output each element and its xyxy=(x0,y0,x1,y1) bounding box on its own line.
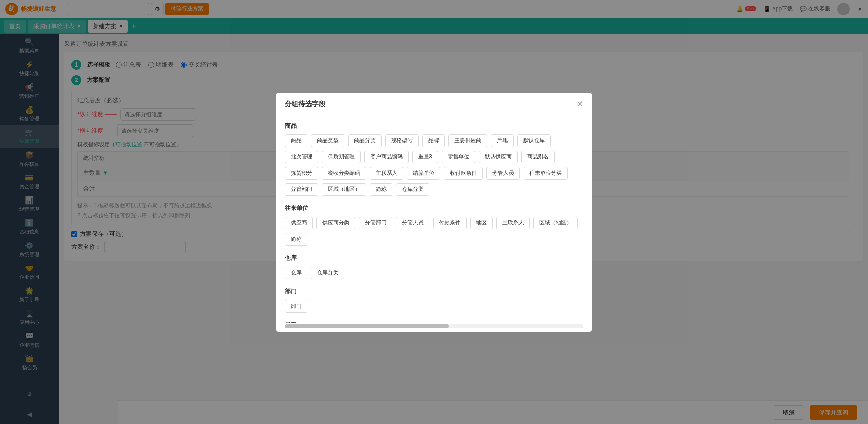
field-tag[interactable]: 简称 xyxy=(285,233,307,246)
modal-close-button[interactable]: ✕ xyxy=(576,100,583,108)
field-tag[interactable]: 仓库 xyxy=(285,267,307,279)
modal-title: 分组待选字段 xyxy=(285,100,326,109)
field-tag[interactable]: 商品分类 xyxy=(348,134,382,147)
field-tag[interactable]: 主联系人 xyxy=(496,217,530,229)
field-tag[interactable]: 规格型号 xyxy=(385,134,419,147)
field-tag[interactable]: 保质期管理 xyxy=(322,151,361,163)
field-tag[interactable]: 区域（地区） xyxy=(322,183,366,196)
field-tag[interactable]: 部门 xyxy=(285,300,307,313)
field-tag[interactable]: 拣货积分 xyxy=(285,167,318,180)
field-tag[interactable]: 产地 xyxy=(491,134,514,147)
field-tag[interactable]: 默认仓库 xyxy=(517,134,551,147)
field-tag[interactable]: 分管部门 xyxy=(359,217,392,229)
field-tag[interactable]: 收付款条件 xyxy=(444,167,483,180)
section-title-dept: 部门 xyxy=(285,287,583,295)
section-title-warehouse: 仓库 xyxy=(285,254,583,262)
modal-scroll-content[interactable]: 商品 商品 商品类型 商品分类 规格型号 品牌 主要供应商 产地 默认仓库 批次… xyxy=(276,114,592,323)
field-tag[interactable]: 批次管理 xyxy=(285,151,318,163)
field-tag[interactable]: 分管部门 xyxy=(285,183,318,196)
horizontal-scrollbar-thumb xyxy=(285,324,449,328)
field-tag[interactable]: 税收分类编码 xyxy=(322,167,366,180)
field-tag[interactable]: 客户商品编码 xyxy=(364,151,409,163)
field-tag[interactable]: 零售单位 xyxy=(442,151,475,163)
modal-header: 分组待选字段 ✕ xyxy=(276,93,592,114)
field-selection-modal: 分组待选字段 ✕ 商品 商品 商品类型 商品分类 规格型号 品牌 主要供应商 产… xyxy=(276,93,592,332)
field-tag[interactable]: 简称 xyxy=(370,183,392,196)
modal-bottom-scroll xyxy=(276,323,592,332)
field-tag[interactable]: 结算单位 xyxy=(407,167,440,180)
field-tag[interactable]: 重量3 xyxy=(412,151,438,163)
field-tag[interactable]: 地区 xyxy=(470,217,493,229)
dept-tags: 部门 xyxy=(285,300,583,313)
field-tag[interactable]: 仓库分类 xyxy=(311,267,344,279)
field-tag[interactable]: 商品类型 xyxy=(311,134,344,147)
field-tag[interactable]: 往来单位分类 xyxy=(524,167,568,180)
field-section-product: 商品 商品 商品类型 商品分类 规格型号 品牌 主要供应商 产地 默认仓库 批次… xyxy=(285,122,583,196)
field-tag[interactable]: 品牌 xyxy=(422,134,445,147)
field-tag[interactable]: 主要供应商 xyxy=(448,134,487,147)
field-tag[interactable]: 仓库分类 xyxy=(396,183,429,196)
field-tag[interactable]: 分管人员 xyxy=(486,167,520,180)
field-section-partner: 往来单位 供应商 供应商分类 分管部门 分管人员 付款条件 地区 主联系人 区域… xyxy=(285,204,583,246)
section-title-partner: 往来单位 xyxy=(285,204,583,212)
field-tag[interactable]: 分管人员 xyxy=(396,217,429,229)
partner-tags: 供应商 供应商分类 分管部门 分管人员 付款条件 地区 主联系人 区域（地区） … xyxy=(285,217,583,246)
field-tag[interactable]: 供应商 xyxy=(285,217,313,229)
field-tag[interactable]: 商品别名 xyxy=(521,151,555,163)
section-title-product: 商品 xyxy=(285,122,583,130)
field-tag[interactable]: 供应商分类 xyxy=(316,217,355,229)
product-tags: 商品 商品类型 商品分类 规格型号 品牌 主要供应商 产地 默认仓库 批次管理 … xyxy=(285,134,583,196)
field-section-dept: 部门 部门 xyxy=(285,287,583,313)
modal-overlay: 分组待选字段 ✕ 商品 商品 商品类型 商品分类 规格型号 品牌 主要供应商 产… xyxy=(0,0,868,424)
field-tag[interactable]: 商品 xyxy=(285,134,307,147)
field-section-warehouse: 仓库 仓库 仓库分类 xyxy=(285,254,583,279)
horizontal-scrollbar[interactable] xyxy=(285,324,583,328)
field-tag[interactable]: 主联系人 xyxy=(370,167,403,180)
field-tag[interactable]: 付款条件 xyxy=(433,217,467,229)
field-tag[interactable]: 默认供应商 xyxy=(479,151,518,163)
field-tag[interactable]: 区域（地区） xyxy=(533,217,578,229)
warehouse-tags: 仓库 仓库分类 xyxy=(285,267,583,279)
